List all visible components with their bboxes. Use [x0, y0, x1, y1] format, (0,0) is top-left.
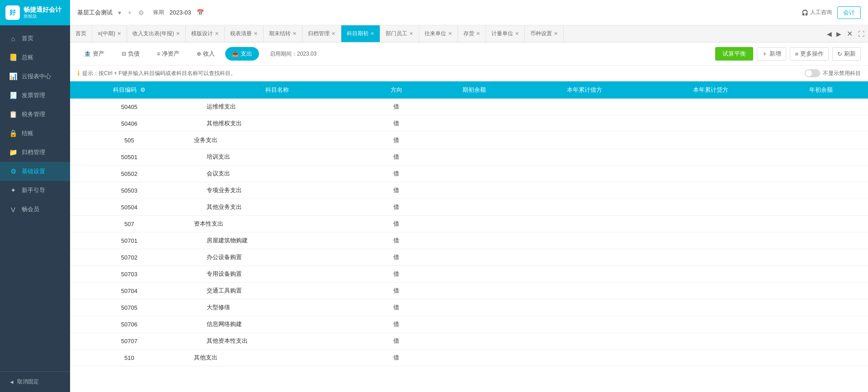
cell-year-opening [774, 232, 868, 249]
cell-code: 510 [70, 349, 189, 366]
sidebar-item-member[interactable]: V畅会员 [0, 200, 70, 219]
toggle-switch[interactable]: 不显示禁用科目 [805, 69, 861, 77]
cell-year-opening [774, 149, 868, 165]
tab-close-inventory[interactable]: ✕ [476, 31, 480, 37]
col-ytd-debit: 本年累计借方 [521, 81, 647, 99]
cell-code: 50703 [70, 266, 189, 283]
cell-ytd-credit [648, 165, 774, 182]
table-row: 50707 其他资本性支出 借 [70, 333, 868, 349]
cell-direction: 借 [365, 182, 427, 199]
sidebar-item-settings[interactable]: ⚙基础设置 [0, 162, 70, 181]
tab-inventory[interactable]: 存货✕ [458, 25, 486, 43]
tab-dept[interactable]: 部门员工✕ [380, 25, 419, 43]
tab-close-template[interactable]: ✕ [215, 31, 219, 37]
tab-close-all-icon[interactable]: ✕ [844, 28, 855, 39]
company-name: 基层工会测试 [77, 9, 113, 17]
tab-tax[interactable]: 税表清册✕ [225, 25, 264, 43]
notice-bar: ℹ 提示：按Ctrl + F键并输入科目编码或者科目名称可以查找科目。 不显示禁… [70, 66, 868, 81]
tab-close-income[interactable]: ✕ [176, 31, 180, 37]
logo-title: 畅捷通好会计 [24, 6, 61, 14]
nav-icon-ledger: 📒 [9, 53, 17, 61]
sidebar-item-invoice[interactable]: 🧾发票管理 [0, 86, 70, 105]
service-button[interactable]: 🎧 人工咨询 [802, 9, 832, 16]
sidebar-item-archive[interactable]: 📁归档管理 [0, 143, 70, 162]
tab-close-unit[interactable]: ✕ [515, 31, 519, 37]
add-icon[interactable]: ＋ [127, 9, 133, 17]
nav-label-home: 首页 [22, 34, 33, 43]
cell-name: 交通工具购置 [189, 283, 366, 299]
cell-opening [427, 99, 521, 115]
tab-close-tax[interactable]: ✕ [254, 31, 258, 37]
tab-archive[interactable]: 归档管理✕ [302, 25, 341, 43]
col-year-opening: 年初余额 [774, 81, 868, 99]
table-row: 507 资本性支出 借 [70, 216, 868, 232]
cell-direction: 借 [365, 316, 427, 333]
cell-ytd-debit [521, 149, 647, 165]
filter-tab-asset[interactable]: 🏦资产 [77, 47, 111, 61]
filter-tab-equity[interactable]: ≡净资产 [150, 47, 186, 61]
tab-interim[interactable]: ≡(中期)✕ [92, 25, 127, 43]
tab-close-partner[interactable]: ✕ [448, 31, 452, 37]
cell-ytd-credit [648, 182, 774, 199]
cell-year-opening [774, 333, 868, 349]
tab-template[interactable]: 模版设计✕ [186, 25, 225, 43]
nav-icon-guide: ✦ [9, 186, 17, 194]
tab-partner[interactable]: 往来单位✕ [419, 25, 458, 43]
tab-home[interactable]: 首页 [70, 25, 92, 43]
account-button[interactable]: 会计 [837, 6, 861, 19]
sidebar-item-close[interactable]: 🔒结账 [0, 124, 70, 143]
topbar: 基层工会测试 ▾ ＋ ⚙ 账期 2023-03 📅 🎧 人工咨询 会计 [70, 0, 868, 25]
sidebar-item-report[interactable]: 📊云报表中心 [0, 67, 70, 86]
cell-opening [427, 349, 521, 366]
cell-direction: 借 [365, 115, 427, 132]
cell-year-opening [774, 266, 868, 283]
settings-icon[interactable]: ⚙ [138, 9, 144, 16]
cell-ytd-debit [521, 132, 647, 149]
dropdown-icon[interactable]: ▾ [118, 9, 121, 16]
calendar-icon[interactable]: 📅 [197, 9, 204, 16]
toggle-bg[interactable] [805, 69, 820, 77]
sidebar-item-guide[interactable]: ✦新手引导 [0, 181, 70, 200]
cell-opening [427, 216, 521, 232]
more-button[interactable]: ≡更多操作 [790, 47, 829, 61]
sidebar-item-ledger[interactable]: 📒总账 [0, 48, 70, 67]
sidebar-footer[interactable]: ◄ 取消固定 [0, 371, 70, 392]
tab-prev-icon[interactable]: ◀ [825, 29, 834, 38]
cell-ytd-debit [521, 99, 647, 115]
cell-code: 50406 [70, 115, 189, 132]
tab-expand-icon[interactable]: ⛶ [856, 29, 866, 38]
cell-ytd-debit [521, 333, 647, 349]
tab-subject_period[interactable]: 科目期初✕ [341, 25, 380, 43]
col-settings-icon[interactable]: ⚙ [140, 86, 146, 93]
tab-period_end[interactable]: 期末结转✕ [264, 25, 302, 43]
cell-ytd-credit [648, 283, 774, 299]
filter-tab-expense[interactable]: 📤支出 [225, 47, 259, 61]
tab-close-interim[interactable]: ✕ [117, 31, 121, 37]
tab-close-dept[interactable]: ✕ [409, 31, 413, 37]
sidebar-item-home[interactable]: ⌂首页 [0, 29, 70, 48]
balance-button[interactable]: 试算平衡 [715, 47, 753, 61]
cell-direction: 借 [365, 349, 427, 366]
cell-opening [427, 266, 521, 283]
tab-income[interactable]: 收入支出表(年报)✕ [127, 25, 186, 43]
filter-tab-income[interactable]: ⊕收入 [190, 47, 222, 61]
tab-close-period_end[interactable]: ✕ [292, 31, 297, 37]
nav-icon-settings: ⚙ [9, 167, 17, 175]
tab-close-subject_period[interactable]: ✕ [370, 31, 374, 37]
cell-name: 其他资本性支出 [189, 333, 366, 349]
refresh-button[interactable]: ↻刷新 [832, 47, 861, 61]
filter-tab-liability[interactable]: ⊟负债 [115, 47, 146, 61]
tab-currency[interactable]: 币种设置✕ [525, 25, 564, 43]
filter-period: 启用期间：2023.03 [270, 50, 316, 58]
cell-year-opening [774, 115, 868, 132]
cell-year-opening [774, 99, 868, 115]
sidebar-item-tax[interactable]: 📋税务管理 [0, 105, 70, 124]
cell-year-opening [774, 349, 868, 366]
tab-next-icon[interactable]: ▶ [835, 29, 843, 38]
cell-opening [427, 299, 521, 316]
sidebar-nav: ⌂首页📒总账📊云报表中心🧾发票管理📋税务管理🔒结账📁归档管理⚙基础设置✦新手引导… [0, 25, 70, 371]
tab-close-archive[interactable]: ✕ [331, 31, 335, 37]
tab-unit[interactable]: 计量单位✕ [486, 25, 525, 43]
add-button[interactable]: ＋新增 [757, 47, 786, 61]
tab-close-currency[interactable]: ✕ [554, 31, 558, 37]
